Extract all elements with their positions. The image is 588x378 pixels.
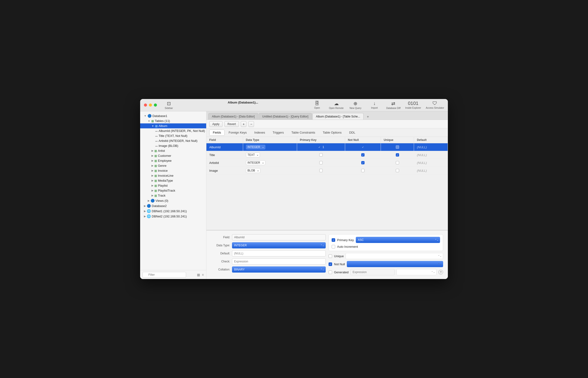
revert-button[interactable]: Revert — [224, 121, 239, 127]
sidebar-item-playlisttrack[interactable]: ▶ ▦ PlaylistTrack — [140, 188, 206, 193]
unique-cell — [381, 143, 414, 151]
default-input[interactable] — [232, 250, 326, 256]
sidebar-item-mediatype[interactable]: ▶ ▦ MediaType — [140, 178, 206, 183]
toolbar-inside-explorer[interactable]: 0101 Inside Explorer — [405, 101, 421, 109]
col-header-default: Default — [414, 137, 448, 143]
tab-fields[interactable]: Fields — [209, 130, 225, 136]
sidebar-item-genre[interactable]: ▶ ▦ Genre — [140, 163, 206, 168]
apply-button[interactable]: Apply — [209, 121, 222, 127]
artistid-datatype-select[interactable]: INTEGER — [246, 160, 265, 165]
artistid-unique-checkbox[interactable] — [396, 161, 399, 164]
image-datatype-select[interactable]: BLOB — [246, 168, 260, 173]
sidebar-item-customer[interactable]: ▶ ▦ Customer — [140, 153, 206, 158]
sidebar-item-database1[interactable]: ▼ 🔵 Database1 — [140, 113, 206, 118]
toolbar-import[interactable]: ↓ Import — [367, 101, 382, 109]
sidebar-item-playlist[interactable]: ▶ ▦ Playlist — [140, 183, 206, 188]
table-row[interactable]: AlbumId INTEGER — [206, 143, 448, 151]
help-button[interactable]: ? — [438, 270, 443, 274]
unique-checkbox[interactable] — [328, 254, 332, 258]
toolbar-db-diff[interactable]: ⇄ Database Diff — [386, 101, 401, 109]
artistid-notnull-checkbox[interactable]: ✓ — [361, 161, 365, 164]
remove-field-button[interactable]: − — [248, 121, 254, 127]
toolbar-access-simulator[interactable]: 🛡 Access Simulator — [426, 101, 444, 109]
chevron-right-icon: ▶ — [152, 164, 153, 167]
tab-table-options[interactable]: Table Options — [319, 130, 345, 136]
network-db-icon: 🌐 — [147, 209, 151, 213]
collation-form-select[interactable]: BINARY — [232, 267, 326, 273]
sidebar-item-database2[interactable]: ▶ 🔵 Database2 — [140, 203, 206, 208]
sidebar-item-employee[interactable]: ▶ ▦ Employee — [140, 158, 206, 163]
sidebar-item-views[interactable]: ▶ 🔵 Views (0) — [140, 198, 206, 203]
table-row[interactable]: Title TEXT — [206, 151, 448, 159]
pk-checkbox[interactable]: ✓ — [332, 238, 335, 242]
albumid-pk-checkbox[interactable]: ✓ — [318, 145, 321, 149]
sidebar-item-image-field[interactable]: ▬ Image (BLOB) — [140, 143, 206, 148]
sidebar-item-album[interactable]: ▼ ▦ Album — [140, 123, 206, 128]
title-pk-checkbox[interactable] — [319, 153, 323, 157]
toolbar-sidebar[interactable]: ⊡ Sidebar — [162, 101, 176, 109]
auto-increment-checkbox[interactable] — [332, 245, 335, 248]
generated-order-select[interactable] — [396, 269, 436, 275]
tab-add-button[interactable]: + — [365, 114, 371, 120]
title-unique-checkbox[interactable]: ✓ — [396, 153, 399, 157]
toolbar-open[interactable]: 🗄 Open — [310, 101, 324, 109]
sidebar-item-invoice[interactable]: ▶ ▦ Invoice — [140, 168, 206, 173]
toolbar-new-query[interactable]: ⊕ New Query — [348, 101, 363, 109]
sidebar-item-dbnet2[interactable]: ▶ 🌐 DBNet2 (192.168.50.241) — [140, 214, 206, 219]
tab-table-schema[interactable]: Album (Database1) - [Table Sche... — [313, 113, 364, 120]
image-unique-checkbox[interactable] — [396, 169, 399, 172]
tab-data-editor[interactable]: Album (Database1) - [Data Editor] — [208, 113, 258, 120]
sidebar-item-albumid[interactable]: ▬ AlbumId (INTEGER, PK, Not Null) — [140, 128, 206, 133]
albumid-unique-checkbox[interactable] — [396, 145, 399, 149]
unique-select[interactable] — [346, 253, 443, 259]
generated-input[interactable] — [350, 269, 395, 275]
tab-triggers[interactable]: Triggers — [269, 130, 287, 136]
tab-ddl[interactable]: DDL — [346, 130, 359, 136]
image-notnull-checkbox[interactable] — [361, 169, 365, 172]
albumid-datatype-select[interactable]: INTEGER — [246, 145, 265, 149]
add-field-button[interactable]: + — [241, 121, 247, 127]
sidebar-item-artistid-field[interactable]: ▬ ArtistId (INTEGER, Not Null) — [140, 138, 206, 143]
check-row: Check: — [211, 258, 326, 265]
col-header-notnull: Not Null — [345, 137, 381, 143]
tab-query-editor[interactable]: Untitled (Database1) - [Query Editor] — [259, 113, 312, 120]
generated-checkbox[interactable] — [328, 270, 332, 274]
albumid-notnull-checkbox[interactable]: ✓ — [361, 145, 365, 149]
tables-icon: ▦ — [151, 119, 154, 123]
sidebar-item-tables[interactable]: ▼ ▦ Tables (11) — [140, 118, 206, 123]
tab-foreign-keys[interactable]: Foreign Keys — [225, 130, 250, 136]
notnull-cell: ✓ — [345, 143, 381, 151]
list-view-icon[interactable]: ≡ — [202, 273, 204, 277]
field-input[interactable] — [232, 234, 326, 240]
not-null-checkbox[interactable]: ✓ — [328, 262, 332, 266]
sidebar-item-artist[interactable]: ▶ ▦ Artist — [140, 148, 206, 153]
unique-cell: ✓ — [381, 151, 414, 159]
sidebar-item-dbnet1[interactable]: ▶ 🌐 DBNet1 (192.168.50.241) — [140, 208, 206, 214]
filter-input[interactable] — [143, 272, 186, 278]
sidebar-item-invoiceline[interactable]: ▶ ▦ InvoiceLine — [140, 173, 206, 178]
table-row[interactable]: Image BLOB — [206, 167, 448, 175]
tab-indexes[interactable]: Indexes — [251, 130, 269, 136]
table-icon: ▦ — [154, 189, 157, 192]
toolbar-open-remote[interactable]: ☁ Open Remote — [329, 101, 343, 109]
check-input[interactable] — [232, 258, 326, 265]
image-pk-checkbox[interactable] — [319, 169, 323, 172]
datatype-form-select[interactable]: INTEGER — [232, 242, 326, 248]
sidebar-item-title-field[interactable]: ▬ Title (TEXT, Not Null) — [140, 133, 206, 138]
tab-table-constraints[interactable]: Table Constraints — [288, 130, 319, 136]
grid-view-icon[interactable]: ▦ — [197, 273, 200, 277]
new-query-icon: ⊕ — [353, 101, 357, 106]
views-icon: 🔵 — [151, 199, 155, 202]
title-datatype-select[interactable]: TEXT — [246, 152, 260, 157]
pk-order-select[interactable]: ASC DESC — [356, 237, 440, 243]
datatype-cell: INTEGER — [243, 159, 297, 167]
artistid-pk-checkbox[interactable] — [319, 161, 323, 164]
title-notnull-checkbox[interactable]: ✓ — [361, 153, 365, 157]
table-row[interactable]: ArtistId INTEGER — [206, 159, 448, 167]
close-button[interactable] — [144, 104, 147, 107]
not-null-select[interactable] — [347, 261, 443, 267]
sidebar-item-track[interactable]: ▶ ▦ Track — [140, 193, 206, 198]
minimize-button[interactable] — [149, 104, 152, 107]
chevron-right-icon: ▶ — [144, 210, 146, 213]
maximize-button[interactable] — [154, 104, 157, 107]
